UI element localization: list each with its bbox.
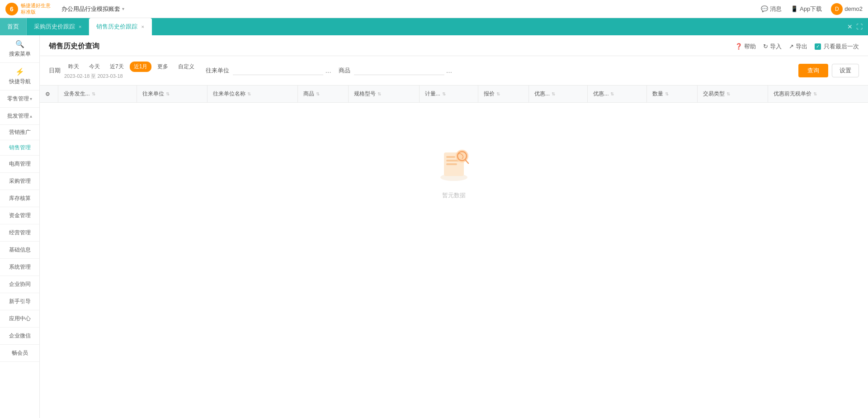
import-button[interactable]: ↻ 导入 xyxy=(763,43,782,51)
top-bar-left: 6 畅捷通好生意 标准版 办公用品行业模拟账套 ▾ xyxy=(5,3,124,15)
date-chip-last7[interactable]: 近7天 xyxy=(106,62,128,72)
th-quoted-price[interactable]: 报价 ⇅ xyxy=(478,86,528,103)
date-chip-more[interactable]: 更多 xyxy=(153,62,172,72)
retail-mgmt-expand-icon: ▾ xyxy=(30,96,32,101)
sidebar-item-wholesale-mgmt[interactable]: 批发管理 ▴ xyxy=(0,108,39,125)
export-button[interactable]: ↗ 导出 xyxy=(789,43,807,51)
sidebar-item-newbie[interactable]: 新手引导 xyxy=(0,293,39,310)
tab-home[interactable]: 首页 xyxy=(0,18,27,35)
sidebar: 🔍 搜索菜单 ⚡ 快捷导航 零售管理 ▾ 批发管理 ▴ 营销推广 销售管理 电商… xyxy=(0,35,40,418)
tab-sales-history[interactable]: 销售历史价跟踪 × xyxy=(89,18,151,35)
th-biz-date[interactable]: 业务发生... ⇅ xyxy=(58,86,137,103)
export-icon: ↗ xyxy=(789,43,794,50)
sidebar-item-app-center[interactable]: 应用中心 xyxy=(0,310,39,328)
tab-purchase-history-close[interactable]: × xyxy=(79,24,81,29)
th-partner-code[interactable]: 往来单位 ⇅ xyxy=(137,86,208,103)
avatar: D xyxy=(831,3,843,15)
th-trade-type[interactable]: 交易类型 ⇅ xyxy=(697,86,768,103)
sort-quoted-price-icon: ⇅ xyxy=(496,91,500,96)
settings-icon[interactable]: ⚙ xyxy=(45,91,50,97)
sidebar-item-system[interactable]: 系统管理 xyxy=(0,259,39,276)
th-unit[interactable]: 计量... ⇅ xyxy=(419,86,478,103)
sidebar-item-retail-mgmt[interactable]: 零售管理 ▾ xyxy=(0,90,39,108)
sidebar-item-purchase-mgmt[interactable]: 采购管理 xyxy=(0,173,39,190)
download-icon: 📱 xyxy=(791,5,798,12)
th-settings: ⚙ xyxy=(40,86,58,103)
sort-unit-icon: ⇅ xyxy=(442,91,446,96)
product-input[interactable] xyxy=(354,66,444,75)
sidebar-item-enterprise-wechat[interactable]: 企业微信 xyxy=(0,328,39,345)
partner-filter-label: 往来单位 xyxy=(206,66,229,75)
empty-state-icon xyxy=(431,139,476,184)
sidebar-item-finance[interactable]: 资金管理 xyxy=(0,207,39,224)
sort-spec-icon: ⇅ xyxy=(377,91,381,96)
sidebar-item-quick-nav[interactable]: ⚡ 快捷导航 xyxy=(0,63,39,90)
th-product[interactable]: 商品 ⇅ xyxy=(298,86,349,103)
th-discount2[interactable]: 优惠... ⇅ xyxy=(588,86,646,103)
empty-state-text: 暂元数据 xyxy=(442,191,466,200)
sidebar-item-marketing[interactable]: 营销推广 xyxy=(0,125,39,140)
date-chip-yesterday[interactable]: 昨天 xyxy=(64,62,83,72)
help-icon: ❓ xyxy=(735,43,742,50)
sidebar-item-operations[interactable]: 经营管理 xyxy=(0,224,39,242)
page-title: 销售历史价查询 xyxy=(49,42,99,51)
tab-bar-actions: ✕ ⛶ xyxy=(842,23,868,30)
top-bar-right: 💬 消息 📱 App下载 D demo2 xyxy=(761,3,863,15)
app-selector[interactable]: 办公用品行业模拟账套 ▾ xyxy=(61,5,124,13)
th-pre-tax-price[interactable]: 优惠前无税单价 ⇅ xyxy=(768,86,868,103)
search-menu-icon: 🔍 xyxy=(15,40,24,48)
tab-bar: 首页 采购历史价跟踪 × 销售历史价跟踪 × ✕ ⛶ xyxy=(0,18,868,35)
sort-discount2-icon: ⇅ xyxy=(610,91,614,96)
settings-button[interactable]: 设置 xyxy=(832,64,859,77)
date-chip-today[interactable]: 今天 xyxy=(85,62,104,72)
app-download-button[interactable]: 📱 App下载 xyxy=(791,5,822,13)
sidebar-item-sales-mgmt[interactable]: 销售管理 xyxy=(0,140,39,156)
sort-product-icon: ⇅ xyxy=(316,91,320,96)
partner-input[interactable] xyxy=(233,66,323,75)
date-range-text: 2023-02-18 至 2023-03-18 xyxy=(64,73,198,80)
sort-pre-tax-price-icon: ⇅ xyxy=(813,91,817,96)
tab-sales-history-close[interactable]: × xyxy=(141,24,144,29)
th-discount1[interactable]: 优惠... ⇅ xyxy=(529,86,588,103)
user-menu[interactable]: D demo2 xyxy=(831,3,863,15)
sidebar-item-basic-info[interactable]: 基础信息 xyxy=(0,242,39,259)
empty-state-row: 暂元数据 xyxy=(40,103,868,236)
page-header: 销售历史价查询 ❓ 帮助 ↻ 导入 ↗ 导出 ✓ 只看最后一次 xyxy=(40,35,868,56)
partner-input-group: ... xyxy=(233,66,331,75)
logo-area: 6 畅捷通好生意 标准版 xyxy=(5,3,51,15)
message-button[interactable]: 💬 消息 xyxy=(761,5,782,13)
search-button[interactable]: 查询 xyxy=(798,64,828,77)
tab-close-all-icon[interactable]: ✕ xyxy=(847,23,853,30)
logo-icon: 6 xyxy=(5,3,18,15)
quick-nav-icon: ⚡ xyxy=(15,67,24,76)
date-chip-custom[interactable]: 自定义 xyxy=(174,62,198,72)
partner-dots[interactable]: ... xyxy=(325,66,331,75)
th-spec[interactable]: 规格型号 ⇅ xyxy=(349,86,419,103)
svg-rect-2 xyxy=(446,156,455,158)
message-icon: 💬 xyxy=(761,5,768,12)
sidebar-item-member[interactable]: 畅会员 xyxy=(0,345,39,362)
th-quantity[interactable]: 数量 ⇅ xyxy=(646,86,697,103)
date-filter-group: 日期 昨天 今天 近7天 近1月 更多 自定义 2023-02-18 至 202… xyxy=(49,62,198,80)
tab-maximize-icon[interactable]: ⛶ xyxy=(856,23,863,30)
sidebar-item-ecommerce[interactable]: 电商管理 xyxy=(0,156,39,173)
date-chips: 昨天 今天 近7天 近1月 更多 自定义 xyxy=(64,62,198,72)
tab-purchase-history[interactable]: 采购历史价跟踪 × xyxy=(27,18,89,35)
date-filter-label: 日期 xyxy=(49,66,61,75)
product-filter-label: 商品 xyxy=(339,66,350,75)
product-dots[interactable]: ... xyxy=(446,66,452,75)
empty-state: 暂元数据 xyxy=(40,103,868,236)
sidebar-item-inventory[interactable]: 库存核算 xyxy=(0,190,39,207)
table-container: ⚙ 业务发生... ⇅ 往来单位 ⇅ xyxy=(40,86,868,418)
main-layout: 🔍 搜索菜单 ⚡ 快捷导航 零售管理 ▾ 批发管理 ▴ 营销推广 销售管理 电商… xyxy=(0,35,868,418)
logo-text: 畅捷通好生意 标准版 xyxy=(21,3,51,14)
product-input-group: ... xyxy=(354,66,452,75)
sidebar-item-search-menu[interactable]: 🔍 搜索菜单 xyxy=(0,35,39,63)
sidebar-item-enterprise-collab[interactable]: 企业协同 xyxy=(0,276,39,293)
last-only-toggle[interactable]: ✓ 只看最后一次 xyxy=(815,43,859,51)
date-chip-last1m[interactable]: 近1月 xyxy=(130,62,152,72)
filter-actions: 查询 设置 xyxy=(798,64,859,77)
th-partner-name[interactable]: 往来单位名称 ⇅ xyxy=(208,86,298,103)
data-table: ⚙ 业务发生... ⇅ 往来单位 ⇅ xyxy=(40,86,868,236)
help-button[interactable]: ❓ 帮助 xyxy=(735,43,756,51)
